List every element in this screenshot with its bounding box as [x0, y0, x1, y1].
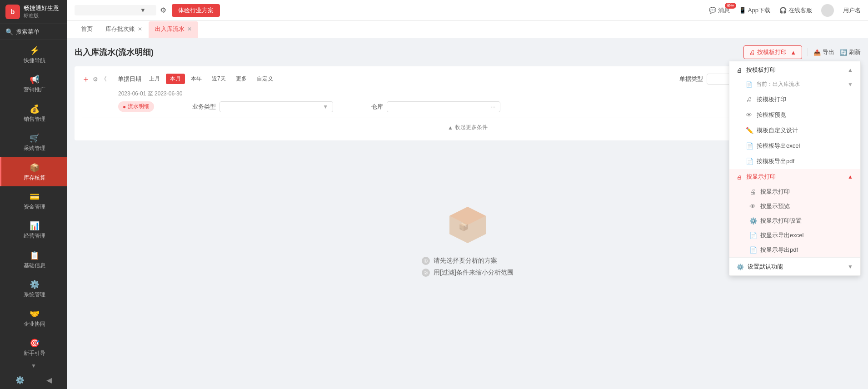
- topbar: ▼ ⚙ 体验行业方案 💬 消息 99+ 📱 App下载 🎧 在线客服: [67, 0, 868, 21]
- filter-settings-btn[interactable]: ⚙: [93, 76, 98, 83]
- date-btn-custom[interactable]: 自定义: [253, 74, 277, 84]
- filter-add-btn[interactable]: ＋: [82, 74, 90, 85]
- sidebar-item-purchase[interactable]: 🛒 采购管理: [0, 128, 67, 157]
- basic-label: 基础信息: [24, 262, 45, 269]
- tag-label: 流水明细: [128, 103, 150, 110]
- tab-batch-close[interactable]: ✕: [138, 26, 142, 32]
- template-preview-icon: 👁: [746, 111, 753, 119]
- date-options: 上月 本月 本年 近7天 更多 自定义: [145, 74, 277, 84]
- app-download-label: App下载: [748, 6, 770, 15]
- filter-collapse-btn[interactable]: 《: [101, 75, 107, 83]
- topbar-right: 💬 消息 99+ 📱 App下载 🎧 在线客服 用户名: [709, 4, 861, 17]
- tab-batch-label: 库存批次账: [105, 25, 135, 33]
- dropdown-item-template-design[interactable]: ✏️ 模板自定义设计: [729, 123, 860, 138]
- sidebar-search[interactable]: 🔍 搜索菜单: [0, 24, 67, 40]
- tab-home[interactable]: 首页: [75, 21, 99, 38]
- dropdown-display-excel[interactable]: 📄 按显示导出excel: [729, 228, 860, 243]
- purchase-icon: 🛒: [30, 133, 40, 143]
- sidebar-item-basic[interactable]: 📋 基础信息: [0, 245, 67, 274]
- business-type-arrow: ▼: [323, 104, 328, 110]
- display-pdf-icon: 📄: [749, 246, 757, 254]
- page-actions: 🖨 按模板打印 ▲ 📤 导出 🔄 刷新: [743, 45, 861, 59]
- refresh-btn[interactable]: 🔄 刷新: [840, 48, 861, 56]
- sidebar-item-operation[interactable]: 📊 经营管理: [0, 215, 67, 244]
- sidebar-item-quick-nav[interactable]: ⚡ 快捷导航: [0, 40, 67, 69]
- topbar-settings-icon[interactable]: ⚙: [160, 6, 166, 15]
- dropdown-display-pdf[interactable]: 📄 按显示导出pdf: [729, 243, 860, 257]
- tab-flow-close[interactable]: ✕: [187, 26, 192, 32]
- dropdown-title-text: 按模板打印: [746, 66, 776, 74]
- dropdown-display-settings[interactable]: ⚙️ 按显示打印设置: [729, 214, 860, 228]
- dropdown-header-arrow[interactable]: ▲: [848, 67, 853, 73]
- dropdown-title: 🖨 按模板打印: [737, 66, 776, 74]
- template-preview-label: 按模板预览: [757, 111, 786, 119]
- warehouse-select[interactable]: ···: [387, 101, 500, 112]
- collapse-sidebar-icon[interactable]: ◀: [46, 376, 52, 384]
- settings-bottom-icon[interactable]: ⚙️: [15, 376, 25, 384]
- display-print-header[interactable]: 🖨 按显示打印 ▲: [729, 169, 860, 185]
- print-dropdown-arrow-up: ▲: [790, 49, 796, 56]
- marketing-icon: 📢: [30, 75, 40, 85]
- tab-batch-account[interactable]: 库存批次账 ✕: [99, 21, 149, 38]
- operation-icon: 📊: [30, 221, 40, 231]
- sidebar-item-guide[interactable]: 🎯 新手引导: [0, 333, 67, 361]
- export-label: 导出: [823, 48, 834, 56]
- dropdown-header: 🖨 按模板打印 ▲: [729, 61, 860, 79]
- template-pdf-label: 按模板导出pdf: [757, 157, 794, 165]
- display-print-arrow: ▲: [848, 174, 853, 180]
- date-btn-this-month[interactable]: 本月: [166, 74, 185, 84]
- sidebar-item-sales[interactable]: 💰 销售管理: [0, 99, 67, 128]
- doc-type-label: 单据类型: [679, 75, 703, 83]
- template-design-icon: ✏️: [746, 127, 753, 134]
- date-btn-7days[interactable]: 近7天: [208, 74, 230, 84]
- default-setting-arrow[interactable]: ▼: [848, 264, 853, 270]
- dropdown-display-print[interactable]: 🖨 按显示打印: [729, 185, 860, 199]
- basic-icon: 📋: [30, 250, 40, 260]
- message-icon: 💬: [709, 7, 716, 14]
- search-dropdown-arrow[interactable]: ▼: [140, 7, 146, 14]
- collapse-conditions-btn[interactable]: ▲ 收起更多条件: [446, 122, 489, 133]
- dropdown-item-template-pdf[interactable]: 📄 按模板导出pdf: [729, 154, 860, 169]
- dropdown-item-template-excel[interactable]: 📄 按模板导出excel: [729, 138, 860, 154]
- print-template-btn[interactable]: 🖨 按模板打印 ▲: [743, 45, 802, 59]
- sidebar-item-system[interactable]: ⚙️ 系统管理: [0, 274, 67, 303]
- date-btn-more[interactable]: 更多: [232, 74, 251, 84]
- operation-label: 经营管理: [24, 233, 45, 239]
- sidebar-item-marketing[interactable]: 📢 营销推广: [0, 69, 67, 98]
- step-1-num: ①: [422, 257, 430, 265]
- sidebar-item-inventory[interactable]: 📦 库存核算: [0, 157, 67, 186]
- message-btn[interactable]: 💬 消息 99+: [709, 6, 730, 15]
- default-setting-row: ⚙️ 设置默认功能 ▼: [729, 258, 860, 275]
- industry-btn[interactable]: 体验行业方案: [172, 4, 220, 17]
- default-setting-icon: ⚙️: [737, 264, 744, 270]
- search-input[interactable]: [79, 7, 138, 14]
- tab-flow[interactable]: 出入库流水 ✕: [149, 21, 198, 38]
- content-area: 出入库流水(流水明细) 🖨 按模板打印 ▲ 📤 导出 🔄 刷新: [67, 38, 868, 389]
- business-type-select[interactable]: ▼: [219, 101, 333, 112]
- topbar-search-box[interactable]: ▼: [75, 5, 156, 15]
- app-download-btn[interactable]: 📱 App下载: [739, 6, 770, 15]
- username-label: 用户名: [843, 6, 861, 15]
- sidebar-item-enterprise[interactable]: 🤝 企业协同: [0, 304, 67, 333]
- empty-step-2: ② 用[过滤]条件来缩小分析范围: [422, 269, 514, 277]
- display-excel-label: 按显示导出excel: [760, 231, 803, 239]
- user-avatar[interactable]: [821, 4, 834, 17]
- dropdown-print-icon: 🖨: [737, 67, 743, 74]
- quick-nav-icon: ⚡: [30, 45, 40, 55]
- date-btn-last-month[interactable]: 上月: [145, 74, 164, 84]
- warehouse-arrow: ···: [491, 104, 495, 110]
- display-pdf-label: 按显示导出pdf: [760, 246, 798, 254]
- dropdown-item-template-print[interactable]: 🖨 按模板打印: [729, 92, 860, 107]
- export-btn[interactable]: 📤 导出: [813, 48, 834, 56]
- dropdown-item-template-preview[interactable]: 👁 按模板预览: [729, 107, 860, 123]
- sidebar-item-finance[interactable]: 💳 资金管理: [0, 186, 67, 215]
- tab-flow-label: 出入库流水: [155, 25, 185, 33]
- display-preview-icon: 👁: [749, 203, 757, 210]
- marketing-label: 营销推广: [24, 86, 45, 93]
- display-print-label: 按显示打印: [760, 188, 790, 196]
- guide-label: 新手引导: [24, 350, 45, 356]
- finance-icon: 💳: [30, 192, 40, 202]
- dropdown-display-preview[interactable]: 👁 按显示预览: [729, 199, 860, 214]
- online-service-btn[interactable]: 🎧 在线客服: [779, 6, 812, 15]
- date-btn-this-year[interactable]: 本年: [187, 74, 206, 84]
